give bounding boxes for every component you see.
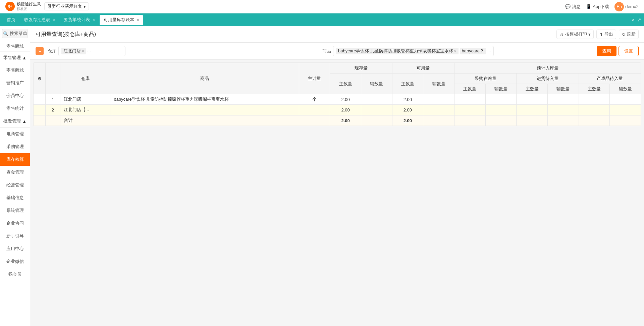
row1-incoming-aux: [547, 94, 579, 105]
page-header: 可用量查询(按仓库+商品) 🖨 按模板打印 ▾ ⬆ 导出 ↻ 刷新: [30, 26, 644, 43]
warehouse-tag-box[interactable]: 江北门店 × ···: [58, 46, 125, 56]
search-menu-btn[interactable]: 🔍 搜索菜单: [2, 29, 28, 38]
sidebar-item-basics[interactable]: 基础信息: [0, 191, 30, 204]
top-bar: 好 畅捷通好生意 标准版 母婴行业演示账套 ▾ 💬 消息 📱 App下载 Ea …: [0, 0, 644, 13]
top-bar-right: 💬 消息 📱 App下载 Ea demo2: [565, 2, 639, 11]
close-tab-receive[interactable]: ×: [53, 18, 55, 22]
sidebar: 🔍 搜索菜单 零售商城 零售管理 ▲ 零售商城 营销推广 会员中心 零售统计 批…: [0, 26, 30, 326]
remove-product-tag-0[interactable]: ×: [454, 49, 456, 53]
sidebar-item-operations[interactable]: 经营管理: [0, 179, 30, 191]
sidebar-item-ecommerce[interactable]: 电商管理: [0, 128, 30, 140]
sidebar-item-enterprise[interactable]: 企业协同: [0, 217, 30, 230]
col-current-stock-header: 现存量: [330, 63, 392, 74]
user-area[interactable]: Ea demo2: [614, 2, 639, 11]
sidebar-item-inventory[interactable]: 库存核算: [0, 153, 30, 166]
sidebar-item-purchase[interactable]: 采购管理: [0, 140, 30, 153]
table-row: 1 江北门店 babycare学饮杯 儿童防摔防撞吸管杯重力球吸嘴杯宝宝水杯 个…: [34, 94, 641, 105]
search-icon: 🔍: [3, 31, 8, 36]
filter-product-group: 商品 babycare学饮杯 儿童防摔防撞吸管杯重力球吸嘴杯宝宝水杯 × bab…: [322, 46, 593, 56]
refresh-btn[interactable]: ↻ 刷新: [619, 30, 639, 39]
summary-current-aux: [361, 115, 392, 126]
tab-home[interactable]: 首页: [3, 15, 19, 25]
row2-available-aux: [423, 105, 454, 115]
sidebar-item-weixin[interactable]: 企业微信: [0, 255, 30, 268]
product-tag-box[interactable]: babycare学饮杯 儿童防摔防撞吸管杯重力球吸嘴杯宝宝水杯 × babyca…: [333, 46, 494, 56]
row1-incoming-main: [517, 94, 548, 105]
close-tab-available[interactable]: ×: [137, 18, 139, 22]
summary-label: 合计: [60, 115, 330, 126]
industry-label: 母婴行业演示账套: [47, 3, 82, 9]
sidebar-item-appcenter[interactable]: 应用中心: [0, 242, 30, 255]
sidebar-section-retail: 零售管理 ▲ 零售商城 营销推广 会员中心 零售统计: [0, 52, 30, 115]
row1-index: 1: [46, 94, 60, 105]
tab-order-stats[interactable]: 要货单统计表 ×: [60, 15, 99, 25]
row2-warehouse: 江北门店【...: [60, 105, 110, 115]
col-incoming-main: 主数量: [517, 84, 548, 94]
industry-selector[interactable]: 母婴行业演示账套 ▾: [44, 2, 89, 10]
row2-available-main: 2.00: [392, 105, 423, 115]
filter-warehouse-group: 仓库 江北门店 × ···: [48, 46, 318, 56]
row2-unit: [299, 105, 330, 115]
sidebar-item-members[interactable]: 会员中心: [0, 89, 30, 102]
col-available-aux: 辅数量: [423, 74, 454, 94]
sidebar-item-newbie[interactable]: 新手引导: [0, 230, 30, 242]
sidebar-item-membership[interactable]: 畅会员: [0, 268, 30, 281]
expand-btn[interactable]: ⤢: [637, 17, 641, 22]
row2-index: 2: [46, 105, 60, 115]
filter-bar: » 仓库 江北门店 × ··· 商品 babycare学饮杯 儿童防摔防撞吸管杯…: [30, 43, 644, 60]
row1-unit: 个: [299, 94, 330, 105]
table-container: ⚙ 仓库 商品 主计量 现存量 可用量 预计入库量 主数量 辅数量 主数量: [33, 62, 641, 126]
gear-icon[interactable]: ⚙: [38, 76, 42, 81]
nav-tabs: 首页 收发存汇总表 × 要货单统计表 × 可用量库存账本 × × ⤢: [0, 13, 644, 26]
sidebar-section-wholesale-header[interactable]: 批发管理 ▲: [0, 115, 30, 127]
summary-row: 合计 2.00 2.00: [34, 115, 641, 126]
summary-prod-main: [579, 115, 610, 126]
warehouse-more-btn[interactable]: ···: [87, 49, 91, 53]
col-production-header: 产成品待入量: [579, 74, 641, 84]
chevron-icon-2: ▲: [22, 119, 26, 124]
app-download-label: App下载: [593, 4, 609, 10]
tab-available-stock[interactable]: 可用量库存账本 ×: [100, 15, 143, 25]
sidebar-item-retail-store[interactable]: 零售商城: [0, 64, 30, 77]
sidebar-item-system[interactable]: 系统管理: [0, 204, 30, 217]
message-btn[interactable]: 💬 消息: [565, 4, 581, 10]
summary-prod-aux: [610, 115, 641, 126]
close-all-tabs-btn[interactable]: ×: [632, 17, 635, 22]
col-pur-transit-aux: 辅数量: [485, 84, 517, 94]
close-tab-order[interactable]: ×: [93, 18, 95, 22]
sidebar-item-marketing[interactable]: 营销推广: [0, 77, 30, 89]
remove-warehouse-tag[interactable]: ×: [82, 49, 84, 53]
refresh-icon: ↻: [622, 32, 626, 37]
app-icon: 📱: [586, 4, 591, 9]
sidebar-quick-nav[interactable]: 零售商城: [0, 41, 30, 52]
row2-prod-aux: [610, 105, 641, 115]
message-label: 消息: [572, 4, 581, 10]
avatar: Ea: [614, 2, 624, 11]
logo-icon: 好: [5, 2, 15, 11]
sidebar-section-retail-header[interactable]: 零售管理 ▲: [0, 52, 30, 64]
tab-receive-summary[interactable]: 收发存汇总表 ×: [20, 15, 59, 25]
filter-actions: 查询 设置: [597, 46, 639, 56]
row1-gear: [34, 94, 46, 105]
print-icon: 🖨: [559, 32, 564, 37]
product-more-btn[interactable]: ···: [487, 49, 491, 53]
col-product-header: 商品: [110, 63, 299, 94]
export-btn[interactable]: ⬆ 导出: [596, 30, 616, 39]
row1-prod-aux: [610, 94, 641, 105]
row1-pur-transit-main: [454, 94, 485, 105]
col-available-header: 可用量: [392, 63, 454, 74]
username: demo2: [625, 4, 639, 9]
product-label: 商品: [322, 48, 331, 54]
sidebar-item-retail-stats[interactable]: 零售统计: [0, 102, 30, 115]
sidebar-item-finance[interactable]: 资金管理: [0, 166, 30, 179]
query-btn[interactable]: 查询: [597, 46, 616, 56]
col-forecast-header: 预计入库量: [454, 63, 641, 74]
row1-available-main: 2.00: [392, 94, 423, 105]
row1-warehouse: 江北门店: [60, 94, 110, 105]
print-btn[interactable]: 🖨 按模板打印 ▾: [556, 30, 594, 39]
app-download-btn[interactable]: 📱 App下载: [586, 4, 609, 10]
filter-expand-btn[interactable]: »: [36, 47, 44, 55]
settings-btn[interactable]: 设置: [619, 46, 639, 56]
col-current-main: 主数量: [330, 74, 361, 94]
row1-prod-main: [579, 94, 610, 105]
